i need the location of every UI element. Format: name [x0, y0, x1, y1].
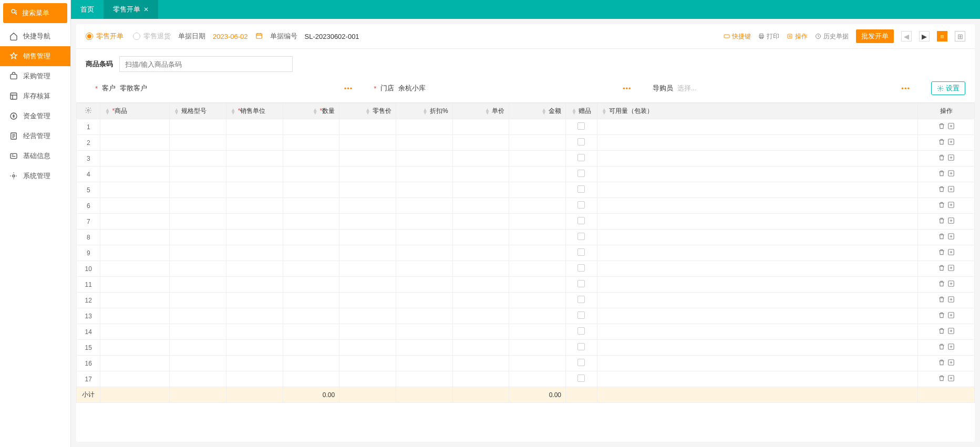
delete-row-icon[interactable]: [938, 360, 945, 368]
customer-field[interactable]: * 客户 零散客户 •••: [95, 84, 353, 93]
gift-checkbox[interactable]: [577, 217, 585, 224]
table-row[interactable]: 7: [77, 214, 975, 230]
delete-row-icon[interactable]: [938, 155, 945, 163]
col-discount[interactable]: ▲▼折扣%: [396, 103, 452, 119]
col-qty[interactable]: ▲▼*数量: [283, 103, 339, 119]
gift-checkbox[interactable]: [577, 201, 585, 209]
barcode-input[interactable]: [119, 56, 293, 72]
add-row-icon[interactable]: [947, 313, 955, 320]
col-product[interactable]: ▲▼*商品: [100, 103, 170, 119]
guide-field[interactable]: 导购员 选择... •••: [653, 84, 910, 93]
delete-row-icon[interactable]: [938, 250, 945, 257]
radio-retail-return[interactable]: 零售退货: [133, 32, 171, 41]
delete-row-icon[interactable]: [938, 376, 945, 383]
gift-checkbox[interactable]: [577, 248, 585, 256]
table-row[interactable]: 8: [77, 230, 975, 245]
print-button[interactable]: 打印: [758, 32, 779, 41]
tab-首页[interactable]: 首页: [71, 0, 104, 19]
gift-checkbox[interactable]: [577, 296, 585, 303]
customer-picker-icon[interactable]: •••: [344, 85, 353, 92]
sidebar-item-biz[interactable]: 经营管理: [0, 126, 70, 146]
add-row-icon[interactable]: [947, 345, 955, 352]
add-row-icon[interactable]: [947, 203, 955, 210]
gift-checkbox[interactable]: [577, 233, 585, 240]
add-row-icon[interactable]: [947, 219, 955, 226]
sidebar-item-sales[interactable]: 销售管理: [0, 46, 70, 66]
delete-row-icon[interactable]: [938, 140, 945, 147]
add-row-icon[interactable]: [947, 124, 955, 131]
gift-checkbox[interactable]: [577, 170, 585, 177]
radio-retail-order[interactable]: 零售开单: [86, 32, 123, 41]
layout-toggle-icon[interactable]: ≡: [937, 31, 947, 41]
delete-row-icon[interactable]: [938, 297, 945, 305]
add-row-icon[interactable]: [947, 376, 955, 383]
delete-row-icon[interactable]: [938, 313, 945, 320]
table-row[interactable]: 2: [77, 135, 975, 151]
col-retail[interactable]: ▲▼零售价: [339, 103, 396, 119]
col-spec[interactable]: ▲▼规格型号: [170, 103, 226, 119]
gift-checkbox[interactable]: [577, 359, 585, 366]
table-row[interactable]: 10: [77, 261, 975, 277]
gift-checkbox[interactable]: [577, 311, 585, 319]
table-row[interactable]: 15: [77, 340, 975, 356]
add-row-icon[interactable]: [947, 187, 955, 194]
gift-checkbox[interactable]: [577, 343, 585, 350]
table-row[interactable]: 5: [77, 182, 975, 198]
col-unit[interactable]: ▲▼*销售单位: [226, 103, 283, 119]
sidebar-item-purchase[interactable]: 采购管理: [0, 66, 70, 86]
sidebar-item-system[interactable]: 系统管理: [0, 166, 70, 186]
next-doc-button[interactable]: ▶: [919, 31, 930, 41]
prev-doc-button[interactable]: ◀: [901, 31, 912, 41]
store-field[interactable]: * 门店 余杭小库 •••: [374, 84, 631, 93]
doc-date-value[interactable]: 2023-06-02: [213, 33, 248, 40]
gift-checkbox[interactable]: [577, 375, 585, 382]
gift-checkbox[interactable]: [577, 327, 585, 335]
table-row[interactable]: 6: [77, 198, 975, 214]
col-gear[interactable]: [77, 103, 100, 119]
add-row-icon[interactable]: [947, 282, 955, 289]
col-amount[interactable]: ▲▼金额: [509, 103, 566, 119]
add-row-icon[interactable]: [947, 329, 955, 336]
tab-零售开单[interactable]: 零售开单✕: [104, 0, 158, 19]
add-row-icon[interactable]: [947, 171, 955, 179]
table-row[interactable]: 17: [77, 371, 975, 387]
operate-button[interactable]: 操作: [787, 32, 808, 41]
gift-checkbox[interactable]: [577, 154, 585, 161]
gift-checkbox[interactable]: [577, 185, 585, 193]
settings-button[interactable]: 设置: [931, 81, 965, 95]
table-row[interactable]: 12: [77, 293, 975, 308]
delete-row-icon[interactable]: [938, 187, 945, 194]
bulk-order-button[interactable]: 批发开单: [856, 29, 894, 43]
store-picker-icon[interactable]: •••: [623, 85, 632, 92]
calendar-icon[interactable]: [255, 32, 263, 41]
add-row-icon[interactable]: [947, 234, 955, 242]
delete-row-icon[interactable]: [938, 219, 945, 226]
delete-row-icon[interactable]: [938, 282, 945, 289]
gift-checkbox[interactable]: [577, 138, 585, 145]
history-button[interactable]: 历史单据: [815, 32, 849, 41]
search-menu-button[interactable]: 搜索菜单: [3, 3, 67, 23]
grid-toggle-icon[interactable]: ⊞: [955, 31, 965, 41]
delete-row-icon[interactable]: [938, 203, 945, 210]
table-row[interactable]: 11: [77, 277, 975, 293]
sidebar-item-home[interactable]: 快捷导航: [0, 26, 70, 46]
add-row-icon[interactable]: [947, 155, 955, 163]
sidebar-item-base[interactable]: 基础信息: [0, 146, 70, 166]
gift-checkbox[interactable]: [577, 122, 585, 130]
delete-row-icon[interactable]: [938, 234, 945, 242]
sidebar-item-fund[interactable]: 资金管理: [0, 106, 70, 126]
delete-row-icon[interactable]: [938, 266, 945, 273]
sidebar-item-inventory[interactable]: 库存核算: [0, 86, 70, 106]
gift-checkbox[interactable]: [577, 264, 585, 272]
table-row[interactable]: 14: [77, 324, 975, 340]
col-available[interactable]: ▲▼可用量（包装）: [597, 103, 917, 119]
close-icon[interactable]: ✕: [143, 6, 149, 13]
delete-row-icon[interactable]: [938, 124, 945, 131]
guide-picker-icon[interactable]: •••: [901, 85, 910, 92]
gift-checkbox[interactable]: [577, 280, 585, 287]
delete-row-icon[interactable]: [938, 171, 945, 179]
shortcut-button[interactable]: 快捷键: [724, 32, 751, 41]
col-gift[interactable]: ▲▼赠品: [566, 103, 597, 119]
delete-row-icon[interactable]: [938, 329, 945, 336]
table-row[interactable]: 16: [77, 356, 975, 371]
